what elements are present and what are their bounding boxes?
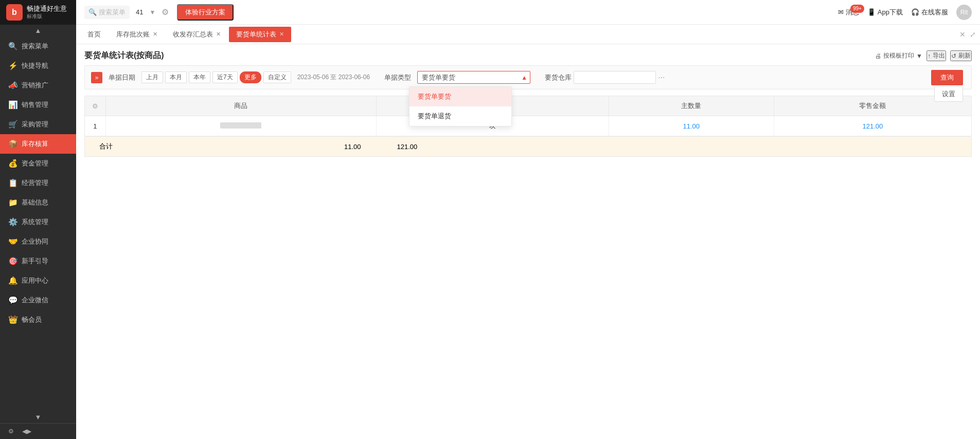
col-settings[interactable]: ⚙ — [85, 96, 105, 116]
type-dropdown-container: 要货单要货 要货单退货 — [409, 86, 512, 126]
search-placeholder: 搜索菜单 — [99, 8, 126, 17]
sidebar-label-marketing: 营销推广 — [22, 81, 48, 90]
logo-icon: b — [6, 4, 23, 21]
cell-qty[interactable]: 11.00 — [609, 116, 774, 136]
sidebar-item-guide[interactable]: 🎯 新手引导 — [0, 251, 76, 271]
sidebar-item-vip[interactable]: 👑 畅会员 — [0, 310, 76, 330]
printer-icon: 🖨 — [875, 52, 881, 60]
sidebar-item-collab[interactable]: 🤝 企业协同 — [0, 232, 76, 251]
cart-icon: 🛒 — [8, 120, 17, 129]
sidebar-label-vip: 畅会员 — [22, 315, 42, 324]
more-filters-icon[interactable]: ··· — [658, 73, 665, 82]
type-label: 单据类型 — [384, 73, 411, 82]
page-content: 要货单统计表(按商品) 🖨 按模板打印 ▼ ↑ 导出 ↺ 刷新 — [76, 44, 980, 439]
data-table-wrapper: ⚙ 商品 主计量单位 主数量 零售金额 1 块 11.00 — [84, 96, 972, 137]
sidebar-scroll-down[interactable]: ▼ — [0, 411, 76, 423]
app-download-button[interactable]: 📱 App下载 — [867, 8, 903, 17]
tab-inventory-batch[interactable]: 库存批次账 ✕ — [109, 27, 165, 42]
page-title: 要货单统计表(按商品) — [84, 50, 164, 61]
date-last-month[interactable]: 上月 — [141, 71, 163, 83]
topbar-dropdown-icon[interactable]: ▼ — [149, 9, 155, 16]
refresh-icon: ↺ — [951, 52, 956, 60]
sidebar-item-finance[interactable]: 💰 资金管理 — [0, 154, 76, 173]
type-select[interactable]: 要货单要货 要货单退货 — [417, 71, 530, 84]
tab-close-all[interactable]: ✕ — [959, 30, 966, 39]
sidebar-label-purchase: 采购管理 — [22, 120, 48, 129]
folder-icon: 📁 — [8, 198, 17, 207]
export-button[interactable]: ↑ 导出 — [926, 50, 946, 61]
tab-home[interactable]: 首页 — [80, 27, 108, 42]
summary-row: 合计 11.00 121.00 — [84, 137, 972, 157]
topbar: 🔍 搜索菜单 41 ▼ ⚙ 体验行业方案 ✉ 消息 99+ 📱 App下载 🎧 … — [76, 0, 980, 25]
dropdown-item-return[interactable]: 要货单退货 — [409, 106, 511, 126]
topbar-search-box[interactable]: 🔍 搜索菜单 — [84, 6, 130, 19]
sidebar-label-wechat: 企业微信 — [22, 296, 48, 305]
summary-label: 合计 — [99, 142, 113, 151]
sidebar-label-finance: 资金管理 — [22, 159, 48, 168]
sidebar-bottom: ⚙ ◀▶ — [0, 423, 76, 439]
sidebar-item-system[interactable]: ⚙️ 系统管理 — [0, 212, 76, 232]
sidebar-item-basic[interactable]: 📁 基础信息 — [0, 193, 76, 212]
handshake-icon: 🤝 — [8, 237, 17, 246]
money-icon: 💰 — [8, 159, 17, 168]
summary-qty: 11.00 — [344, 143, 361, 151]
date-more[interactable]: 更多 — [240, 71, 261, 83]
settings-button[interactable]: ⚙ — [8, 428, 14, 435]
cell-amount[interactable]: 121.00 — [774, 116, 971, 136]
date-custom[interactable]: 自定义 — [263, 71, 291, 83]
sidebar-item-marketing[interactable]: 📣 营销推广 — [0, 76, 76, 95]
sidebar-item-purchase[interactable]: 🛒 采购管理 — [0, 115, 76, 134]
tab-receivables[interactable]: 收发存汇总表 ✕ — [166, 27, 228, 42]
message-icon: ✉ — [838, 8, 844, 16]
tab-home-label: 首页 — [87, 30, 101, 39]
sidebar-label-quicknav: 快捷导航 — [22, 61, 48, 70]
warehouse-input[interactable] — [574, 71, 656, 84]
tab-order-stats-close[interactable]: ✕ — [279, 31, 284, 38]
app-sub: 标准版 — [27, 13, 67, 20]
refresh-button[interactable]: ↺ 刷新 — [950, 50, 972, 61]
sidebar-label-search: 搜索菜单 — [22, 42, 48, 51]
sidebar-label-system: 系统管理 — [22, 217, 48, 227]
date-this-year[interactable]: 本年 — [189, 71, 210, 83]
date-range-display: 2023-05-06 至 2023-06-06 — [297, 73, 370, 82]
headset-icon: 🎧 — [911, 8, 919, 16]
sidebar-item-inventory[interactable]: 📦 库存核算 — [0, 134, 76, 154]
table-row: 1 块 11.00 121.00 — [85, 116, 971, 136]
search-icon: 🔍 — [8, 42, 17, 51]
date-label: 单据日期 — [109, 73, 135, 82]
date-last-7days[interactable]: 近7天 — [212, 71, 238, 83]
sidebar-item-quicknav[interactable]: ⚡ 快捷导航 — [0, 56, 76, 76]
page-header: 要货单统计表(按商品) 🖨 按模板打印 ▼ ↑ 导出 ↺ 刷新 — [76, 44, 980, 65]
trial-button[interactable]: 体验行业方案 — [177, 4, 234, 21]
sidebar-item-appstore[interactable]: 🔔 应用中心 — [0, 271, 76, 290]
sidebar-item-business[interactable]: 📋 经营管理 — [0, 173, 76, 193]
sidebar-label-collab: 企业协同 — [22, 237, 48, 246]
topbar-gear-icon[interactable]: ⚙ — [162, 7, 169, 17]
page-actions: 🖨 按模板打印 ▼ ↑ 导出 ↺ 刷新 — [875, 50, 972, 61]
tab-expand[interactable]: ⤢ — [970, 30, 976, 39]
sidebar-scroll-up[interactable]: ▲ — [0, 25, 76, 36]
template-print-button[interactable]: 🖨 按模板打印 ▼ — [875, 51, 922, 60]
messages-badge: 99+ — [850, 5, 864, 13]
megaphone-icon: 📣 — [8, 81, 17, 90]
tab-inventory-batch-close[interactable]: ✕ — [153, 31, 157, 38]
date-this-month[interactable]: 本月 — [165, 71, 187, 83]
service-button[interactable]: 🎧 在线客服 — [911, 8, 948, 17]
tab-order-stats[interactable]: 要货单统计表 ✕ — [229, 27, 291, 42]
dropdown-item-order[interactable]: 要货单要货 — [409, 87, 511, 106]
avatar[interactable]: Rit — [956, 5, 972, 20]
filter-expand-button[interactable]: » — [91, 72, 102, 83]
crown-icon: 👑 — [8, 315, 17, 324]
query-button[interactable]: 查询 — [931, 70, 963, 85]
tab-inventory-batch-label: 库存批次账 — [116, 30, 150, 39]
template-dropdown-icon[interactable]: ▼ — [916, 52, 922, 60]
sidebar-item-search[interactable]: 🔍 搜索菜单 — [0, 36, 76, 56]
sidebar-item-sales[interactable]: 📊 销售管理 — [0, 95, 76, 115]
tab-receivables-close[interactable]: ✕ — [216, 31, 221, 38]
collapse-button[interactable]: ◀▶ — [22, 428, 31, 435]
messages-button[interactable]: ✉ 消息 99+ — [838, 8, 859, 17]
sidebar-label-inventory: 库存核算 — [22, 139, 48, 149]
settings-set-button[interactable]: 设置 — [934, 86, 963, 102]
sidebar-item-wechat[interactable]: 💬 企业微信 — [0, 290, 76, 310]
bell-icon: 🔔 — [8, 276, 17, 285]
